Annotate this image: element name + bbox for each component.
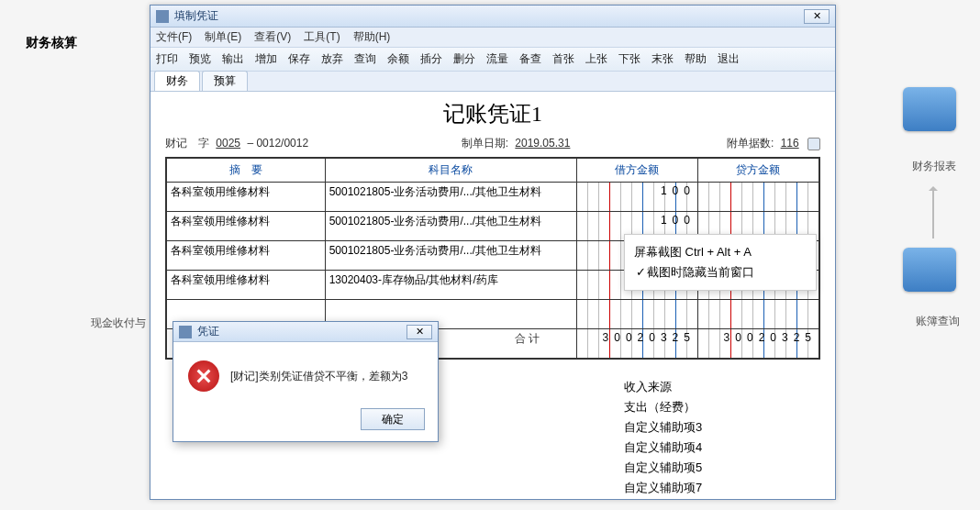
app-icon	[156, 10, 169, 23]
doc-date-label: 制单日期:	[462, 137, 508, 150]
cell-subject[interactable]: 5001021805-业务活动费用/.../其他卫生材料	[325, 212, 576, 241]
tb-del[interactable]: 删分	[453, 51, 475, 67]
shortcut-query-label: 账簿查询	[916, 314, 960, 329]
tb-discard[interactable]: 放弃	[321, 51, 343, 67]
doc-no[interactable]: 0025	[212, 137, 244, 150]
dialog-title: 凭证	[197, 324, 406, 339]
cell-summary[interactable]: 各科室领用维修材料	[167, 241, 326, 271]
tb-review[interactable]: 备查	[519, 51, 541, 67]
menu-view[interactable]: 查看(V)	[254, 29, 291, 45]
doc-meta: 财记 字 0025 – 0012/0012 制单日期: 2019.05.31 附…	[150, 132, 835, 155]
tb-print[interactable]: 打印	[156, 51, 178, 67]
tb-next[interactable]: 下张	[618, 51, 640, 67]
tb-query[interactable]: 查询	[354, 51, 376, 67]
aux-expense[interactable]: 支出（经费）	[624, 397, 702, 417]
tb-prev[interactable]: 上张	[585, 51, 607, 67]
doc-prefix: 财记 字	[165, 137, 209, 150]
th-debit: 借方金额	[576, 159, 697, 183]
th-subject: 科目名称	[325, 159, 576, 183]
doc-attach-label: 附单据数:	[727, 137, 774, 150]
tab-fin[interactable]: 财务	[154, 71, 200, 91]
menu-file[interactable]: 文件(F)	[156, 29, 192, 45]
check-icon: ✓	[634, 262, 647, 283]
tooltip-line1: 屏幕截图 Ctrl + Alt + A	[634, 242, 807, 262]
shortcut-query-icon[interactable]	[903, 248, 956, 292]
tb-preview[interactable]: 预览	[189, 51, 211, 67]
cell-subject[interactable]: 13020403-库存物品/其他材料/药库	[325, 271, 576, 300]
screenshot-tooltip: 屏幕截图 Ctrl + Alt + A ✓截图时隐藏当前窗口	[624, 234, 817, 291]
tb-first[interactable]: 首张	[552, 51, 574, 67]
window-titlebar: 填制凭证 ✕	[150, 6, 835, 28]
error-icon	[188, 360, 219, 392]
table-row[interactable]: 各科室领用维修材料5001021805-业务活动费用/.../其他卫生材料100	[167, 183, 819, 212]
aux-5[interactable]: 自定义辅助项5	[624, 458, 702, 478]
menu-help[interactable]: 帮助(H)	[353, 29, 391, 45]
shortcut-fin-icon[interactable]	[903, 87, 956, 131]
tb-balance[interactable]: 余额	[387, 51, 409, 67]
window-title: 填制凭证	[174, 8, 804, 24]
cell-summary[interactable]: 各科室领用维修材料	[167, 212, 326, 241]
tab-budget[interactable]: 预算	[202, 71, 248, 91]
window-close-button[interactable]: ✕	[804, 9, 830, 24]
tooltip-line2[interactable]: 截图时隐藏当前窗口	[647, 265, 754, 279]
toolbar: 打印 预览 输出 增加 保存 放弃 查询 余额 插分 删分 流量 备查 首张 上…	[150, 48, 835, 72]
aux-3[interactable]: 自定义辅助项3	[624, 417, 702, 438]
cell-summary[interactable]: 各科室领用维修材料	[167, 271, 326, 300]
side-cash-label: 现金收付与	[91, 316, 146, 331]
page-title: 财务核算	[26, 35, 77, 51]
dialog-text: [财记]类别凭证借贷不平衡，差额为3	[230, 369, 407, 384]
tb-flow[interactable]: 流量	[486, 51, 508, 67]
aux-7[interactable]: 自定义辅助项7	[624, 478, 702, 498]
tb-save[interactable]: 保存	[288, 51, 310, 67]
dialog-close-button[interactable]: ✕	[406, 325, 432, 339]
dialog-ok-button[interactable]: 确定	[361, 408, 425, 430]
tb-help[interactable]: 帮助	[685, 51, 707, 67]
tb-exit[interactable]: 退出	[718, 51, 740, 67]
doc-attach[interactable]: 116	[777, 137, 803, 150]
menu-tools[interactable]: 工具(T)	[304, 29, 340, 45]
menubar: 文件(F) 制单(E) 查看(V) 工具(T) 帮助(H)	[150, 28, 835, 48]
th-credit: 贷方金额	[697, 159, 819, 183]
tabs: 财务 预算	[150, 72, 835, 92]
th-summary: 摘 要	[167, 159, 326, 183]
doc-date[interactable]: 2019.05.31	[511, 137, 574, 150]
dialog-icon	[179, 326, 192, 338]
tb-add[interactable]: 增加	[255, 51, 277, 67]
cell-debit[interactable]: 100	[576, 183, 697, 212]
message-dialog: 凭证 ✕ [财记]类别凭证借贷不平衡，差额为3 确定	[173, 321, 439, 442]
tb-ins[interactable]: 插分	[420, 51, 442, 67]
shortcut-report-label: 财务报表	[912, 159, 956, 174]
total-credit: 30020325	[724, 331, 817, 344]
menu-voucher[interactable]: 制单(E)	[205, 29, 241, 45]
cell-subject[interactable]: 5001021805-业务活动费用/.../其他卫生材料	[325, 241, 576, 271]
doc-title: 记账凭证1	[150, 92, 835, 132]
tb-last[interactable]: 末张	[651, 51, 674, 67]
total-debit: 30020325	[603, 331, 696, 344]
cell-credit[interactable]	[697, 183, 819, 212]
aux-4[interactable]: 自定义辅助项4	[624, 438, 702, 458]
cell-subject[interactable]: 5001021805-业务活动费用/.../其他卫生材料	[325, 183, 576, 212]
aux-list: 收入来源 支出（经费） 自定义辅助项3 自定义辅助项4 自定义辅助项5 自定义辅…	[624, 377, 702, 498]
tb-export[interactable]: 输出	[222, 51, 244, 67]
aux-income[interactable]: 收入来源	[624, 377, 702, 397]
cell-summary[interactable]: 各科室领用维修材料	[167, 183, 326, 212]
arrow-icon	[932, 187, 934, 238]
doc-seq: 0012/0012	[256, 137, 308, 150]
magnify-icon[interactable]	[807, 138, 820, 150]
